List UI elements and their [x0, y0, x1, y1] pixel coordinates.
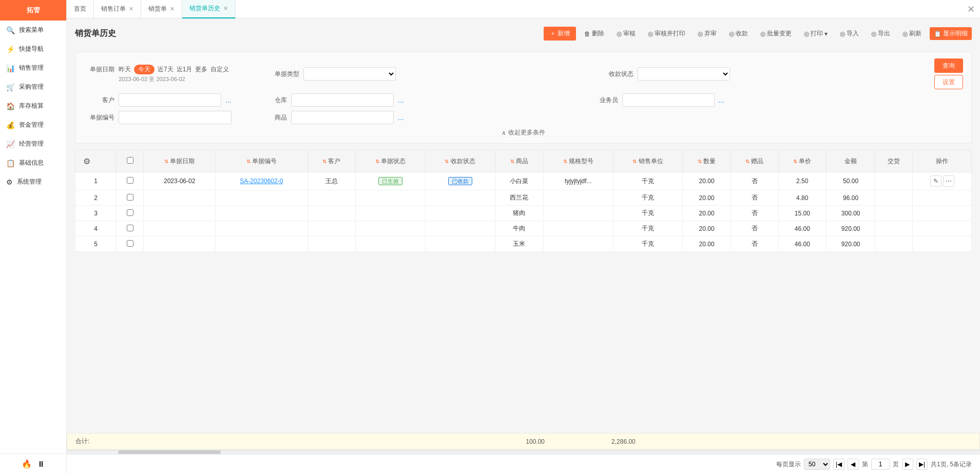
edit-op-button[interactable]: ✎: [930, 175, 941, 187]
collect-button[interactable]: ◎ 收款: [725, 27, 752, 40]
settings-button[interactable]: 设置: [934, 75, 963, 89]
sidebar-item-operations[interactable]: 📈 经营管理: [0, 134, 66, 153]
tab-sales-order[interactable]: 销售订单 ✕: [94, 0, 141, 18]
batch-change-button[interactable]: ◎ 批量变更: [756, 27, 796, 40]
row-doc-no[interactable]: [215, 206, 308, 221]
product-select-icon[interactable]: ...: [398, 113, 404, 122]
row-doc-no[interactable]: SA-20230602-0: [215, 172, 308, 190]
first-page-button[interactable]: |◀: [833, 459, 844, 470]
row-doc-no[interactable]: [215, 236, 308, 252]
tab-sales-delivery-close[interactable]: ✕: [170, 6, 175, 12]
col-spec[interactable]: ⇅ 规格型号: [543, 150, 613, 172]
tab-sales-history-close[interactable]: ✕: [223, 5, 228, 12]
col-price[interactable]: ⇅ 单价: [778, 150, 826, 172]
product-input[interactable]: [291, 111, 394, 124]
last-page-button[interactable]: ▶|: [916, 459, 928, 470]
prev-page-button[interactable]: ◀: [848, 459, 859, 470]
row-delivery: [875, 172, 913, 190]
customer-input[interactable]: [119, 93, 221, 107]
abandon-button[interactable]: ◎ 弃审: [694, 27, 721, 40]
col-qty[interactable]: ⇅ 数量: [683, 150, 731, 172]
sidebar-item-inventory[interactable]: 🏠 库存核算: [0, 96, 66, 115]
row-ops[interactable]: [913, 206, 972, 221]
row-checkbox-input[interactable]: [127, 177, 133, 184]
tab-sales-history[interactable]: 销货单历史 ✕: [182, 0, 236, 18]
date-7days[interactable]: 近7天: [158, 65, 174, 74]
row-ops[interactable]: ✎ ⋯: [913, 172, 972, 190]
date-custom[interactable]: 自定义: [210, 65, 229, 74]
tab-bar-close[interactable]: ✕: [962, 4, 980, 15]
tab-sales-order-close[interactable]: ✕: [129, 6, 133, 12]
col-doc-status[interactable]: ⇅ 单据状态: [355, 150, 425, 172]
payment-status-select[interactable]: [638, 67, 730, 81]
col-unit[interactable]: ⇅ 销售单位: [613, 150, 683, 172]
page-number-input[interactable]: [871, 459, 890, 470]
date-today[interactable]: 今天: [134, 65, 155, 74]
sidebar-item-quick-nav[interactable]: ⚡ 快捷导航: [0, 40, 66, 58]
date-1month[interactable]: 近1月: [177, 65, 193, 74]
sidebar-item-system[interactable]: ⚙ 系统管理: [0, 172, 66, 191]
date-yesterday[interactable]: 昨天: [119, 65, 131, 74]
row-doc-no[interactable]: [215, 190, 308, 206]
row-checkbox-input[interactable]: [127, 225, 133, 231]
row-checkbox[interactable]: [117, 221, 144, 236]
row-doc-status: [355, 190, 425, 206]
row-ops[interactable]: [913, 190, 972, 206]
row-checkbox[interactable]: [117, 206, 144, 221]
refresh-button[interactable]: ◎ 刷新: [898, 27, 926, 40]
select-all-checkbox[interactable]: [127, 157, 133, 164]
export-button[interactable]: ◎ 导出: [867, 27, 894, 40]
row-price: 15.00: [778, 206, 826, 221]
doc-no-link[interactable]: SA-20230602-0: [240, 177, 283, 185]
pause-icon[interactable]: ⏸: [37, 460, 45, 469]
tab-sales-delivery[interactable]: 销货单 ✕: [141, 0, 182, 18]
sidebar-item-purchase-mgmt[interactable]: 🛒 采购管理: [0, 77, 66, 96]
warehouse-select-icon[interactable]: ...: [398, 96, 404, 104]
doc-type-select[interactable]: [303, 67, 396, 81]
row-checkbox[interactable]: [117, 190, 144, 206]
doc-no-input[interactable]: [119, 111, 232, 124]
per-page-select[interactable]: 50 10 20 100: [804, 459, 830, 470]
warehouse-input[interactable]: [291, 93, 394, 107]
row-checkbox[interactable]: [117, 236, 144, 252]
row-customer: [308, 190, 355, 206]
collapse-button[interactable]: ∧ 收起更多条件: [84, 128, 963, 137]
fire-icon[interactable]: 🔥: [22, 459, 32, 469]
salesperson-select-icon[interactable]: ...: [719, 96, 725, 104]
date-more[interactable]: 更多: [195, 65, 207, 74]
row-checkbox-input[interactable]: [127, 194, 133, 201]
row-checkbox[interactable]: [117, 172, 144, 190]
col-settings[interactable]: ⚙: [75, 150, 117, 172]
delete-button[interactable]: 🗑 删除: [580, 27, 608, 40]
col-product[interactable]: ⇅ 商品: [495, 150, 543, 172]
more-op-button[interactable]: ⋯: [943, 175, 954, 187]
sidebar-item-label: 搜索菜单: [19, 26, 44, 34]
col-pay-status[interactable]: ⇅ 收款状态: [425, 150, 495, 172]
sidebar-item-basic-info[interactable]: 📋 基础信息: [0, 153, 66, 172]
col-customer[interactable]: ⇅ 客户: [308, 150, 355, 172]
col-doc-date[interactable]: ⇅ 单据日期: [144, 150, 215, 172]
print-button[interactable]: ◎ 打印 ▾: [800, 27, 832, 40]
tab-home[interactable]: 首页: [67, 0, 94, 18]
customer-select-icon[interactable]: ...: [225, 96, 232, 104]
sidebar-item-search-menu[interactable]: 🔍 搜索菜单: [0, 21, 66, 40]
next-page-button[interactable]: ▶: [902, 459, 913, 470]
row-ops[interactable]: [913, 236, 972, 252]
row-doc-no[interactable]: [215, 221, 308, 236]
import-button[interactable]: ◎ 导入: [836, 27, 863, 40]
salesperson-input[interactable]: [622, 93, 715, 107]
sidebar-item-finance[interactable]: 💰 资金管理: [0, 115, 66, 134]
row-ops[interactable]: [913, 221, 972, 236]
gear-icon[interactable]: ⚙: [80, 154, 94, 168]
new-button[interactable]: ＋ 新增: [544, 27, 576, 41]
row-checkbox-input[interactable]: [127, 209, 133, 216]
col-gift[interactable]: ⇅ 赠品: [731, 150, 778, 172]
col-doc-no[interactable]: ⇅ 单据编号: [215, 150, 308, 172]
row-no: 1: [75, 172, 117, 190]
row-checkbox-input[interactable]: [127, 240, 133, 247]
query-button[interactable]: 查询: [934, 58, 963, 73]
show-detail-button[interactable]: 📋 显示明细: [930, 27, 972, 40]
audit-button[interactable]: ◎ 审核: [612, 27, 640, 40]
audit-print-button[interactable]: ◎ 审核并打印: [644, 27, 689, 40]
sidebar-item-sales-mgmt[interactable]: 📊 销售管理: [0, 58, 66, 77]
